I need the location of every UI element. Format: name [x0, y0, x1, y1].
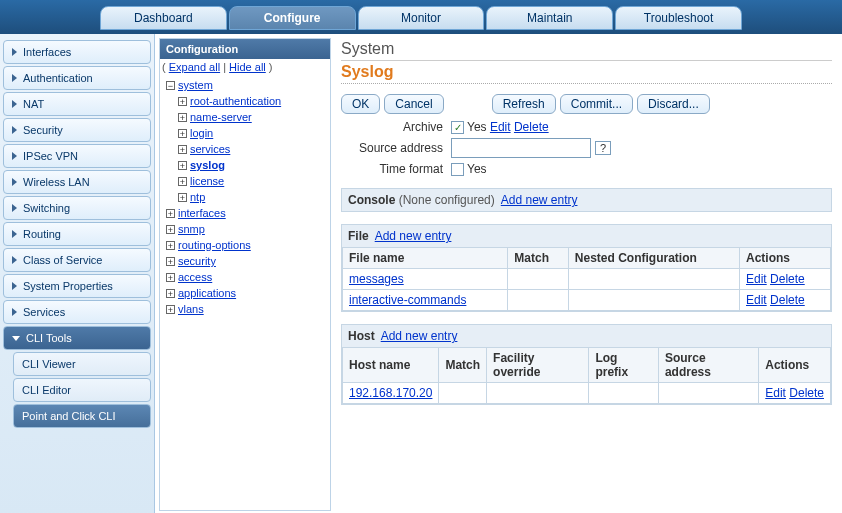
- tab-maintain[interactable]: Maintain: [486, 6, 613, 30]
- tree-toggle-icon[interactable]: +: [166, 241, 175, 250]
- main-content: System Syslog OK Cancel Refresh Commit..…: [331, 34, 842, 513]
- sidebar-item-cli-editor[interactable]: CLI Editor: [13, 378, 151, 402]
- tree-node-vlans[interactable]: vlans: [178, 303, 204, 315]
- tree-node-access[interactable]: access: [178, 271, 212, 283]
- archive-yes-text: Yes: [467, 120, 487, 134]
- sidebar-item-switching[interactable]: Switching: [3, 196, 151, 220]
- table-row: interactive-commands Edit Delete: [343, 290, 831, 311]
- commit-button[interactable]: Commit...: [560, 94, 633, 114]
- sidebar-item-cli-viewer[interactable]: CLI Viewer: [13, 352, 151, 376]
- sidebar-item-services[interactable]: Services: [3, 300, 151, 324]
- tab-monitor[interactable]: Monitor: [358, 6, 485, 30]
- tree-toggle-icon[interactable]: +: [178, 177, 187, 186]
- col-actions: Actions: [759, 348, 831, 383]
- sidebar-item-class-of-service[interactable]: Class of Service: [3, 248, 151, 272]
- tree-node-security[interactable]: security: [178, 255, 216, 267]
- chevron-right-icon: [12, 230, 17, 238]
- tree-node-snmp[interactable]: snmp: [178, 223, 205, 235]
- discard-button[interactable]: Discard...: [637, 94, 710, 114]
- host-add-link[interactable]: Add new entry: [381, 329, 458, 343]
- tree-node-system[interactable]: system: [178, 79, 213, 91]
- console-add-link[interactable]: Add new entry: [501, 193, 578, 207]
- archive-edit-link[interactable]: Edit: [490, 120, 511, 134]
- cell-source: [658, 383, 758, 404]
- sidebar-item-wireless-lan[interactable]: Wireless LAN: [3, 170, 151, 194]
- col-host-name: Host name: [343, 348, 439, 383]
- tab-configure[interactable]: Configure: [229, 6, 356, 30]
- sidebar-item-ipsec-vpn[interactable]: IPSec VPN: [3, 144, 151, 168]
- tree-node-license[interactable]: license: [190, 175, 224, 187]
- tree-toggle-icon[interactable]: +: [166, 305, 175, 314]
- cell-logprefix: [589, 383, 658, 404]
- cell-nested: [568, 290, 739, 311]
- tree-toggle-icon[interactable]: +: [166, 209, 175, 218]
- help-icon[interactable]: ?: [595, 141, 611, 155]
- tree-node-services[interactable]: services: [190, 143, 230, 155]
- tree-toggle-icon[interactable]: +: [178, 145, 187, 154]
- tree-node-routing-options[interactable]: routing-options: [178, 239, 251, 251]
- sidebar-item-routing[interactable]: Routing: [3, 222, 151, 246]
- tree-node-applications[interactable]: applications: [178, 287, 236, 299]
- tree-node-login[interactable]: login: [190, 127, 213, 139]
- row-delete-link[interactable]: Delete: [770, 293, 805, 307]
- row-delete-link[interactable]: Delete: [789, 386, 824, 400]
- cell-facility: [487, 383, 589, 404]
- tree-node-syslog[interactable]: syslog: [190, 159, 225, 171]
- source-address-input[interactable]: [451, 138, 591, 158]
- sidebar: Interfaces Authentication NAT Security I…: [0, 34, 155, 513]
- section-title: Syslog: [341, 63, 832, 84]
- tree-toggle-icon[interactable]: +: [178, 97, 187, 106]
- time-format-checkbox[interactable]: [451, 163, 464, 176]
- tree-node-ntp[interactable]: ntp: [190, 191, 205, 203]
- sidebar-item-authentication[interactable]: Authentication: [3, 66, 151, 90]
- archive-checkbox[interactable]: [451, 121, 464, 134]
- tree-node-root-authentication[interactable]: root-authentication: [190, 95, 281, 107]
- tree-expand-all[interactable]: Expand all: [169, 61, 220, 73]
- row-delete-link[interactable]: Delete: [770, 272, 805, 286]
- cancel-button[interactable]: Cancel: [384, 94, 443, 114]
- tree-toggle-icon[interactable]: +: [178, 129, 187, 138]
- tree-toggle-icon[interactable]: +: [166, 273, 175, 282]
- col-match: Match: [508, 248, 568, 269]
- tree-toggle-icon[interactable]: −: [166, 81, 175, 90]
- file-name-link[interactable]: interactive-commands: [349, 293, 466, 307]
- tree-toggle-icon[interactable]: +: [166, 257, 175, 266]
- col-logprefix: Log prefix: [589, 348, 658, 383]
- sidebar-item-nat[interactable]: NAT: [3, 92, 151, 116]
- col-actions: Actions: [740, 248, 831, 269]
- file-add-link[interactable]: Add new entry: [375, 229, 452, 243]
- refresh-button[interactable]: Refresh: [492, 94, 556, 114]
- tree-node-name-server[interactable]: name-server: [190, 111, 252, 123]
- tree-node-interfaces[interactable]: interfaces: [178, 207, 226, 219]
- sidebar-item-interfaces[interactable]: Interfaces: [3, 40, 151, 64]
- tab-troubleshoot[interactable]: Troubleshoot: [615, 6, 742, 30]
- host-name-link[interactable]: 192.168.170.20: [349, 386, 432, 400]
- tree-toggle-icon[interactable]: +: [178, 113, 187, 122]
- chevron-right-icon: [12, 74, 17, 82]
- tree-toggle-icon[interactable]: +: [178, 161, 187, 170]
- tree-toggle-icon[interactable]: +: [166, 289, 175, 298]
- archive-delete-link[interactable]: Delete: [514, 120, 549, 134]
- file-name-link[interactable]: messages: [349, 272, 404, 286]
- archive-label: Archive: [341, 120, 451, 134]
- row-edit-link[interactable]: Edit: [746, 293, 767, 307]
- row-edit-link[interactable]: Edit: [765, 386, 786, 400]
- tree-toggle-icon[interactable]: +: [166, 225, 175, 234]
- sidebar-item-point-and-click-cli[interactable]: Point and Click CLI: [13, 404, 151, 428]
- chevron-right-icon: [12, 100, 17, 108]
- tree-toggle-icon[interactable]: +: [178, 193, 187, 202]
- sidebar-item-system-properties[interactable]: System Properties: [3, 274, 151, 298]
- host-table: Host name Match Facility override Log pr…: [342, 347, 831, 404]
- ok-button[interactable]: OK: [341, 94, 380, 114]
- sidebar-item-cli-tools[interactable]: CLI Tools: [3, 326, 151, 350]
- tree-hide-all[interactable]: Hide all: [229, 61, 266, 73]
- chevron-right-icon: [12, 204, 17, 212]
- chevron-right-icon: [12, 48, 17, 56]
- chevron-right-icon: [12, 256, 17, 264]
- chevron-right-icon: [12, 152, 17, 160]
- sidebar-item-security[interactable]: Security: [3, 118, 151, 142]
- row-edit-link[interactable]: Edit: [746, 272, 767, 286]
- tab-dashboard[interactable]: Dashboard: [100, 6, 227, 30]
- table-row: messages Edit Delete: [343, 269, 831, 290]
- chevron-right-icon: [12, 282, 17, 290]
